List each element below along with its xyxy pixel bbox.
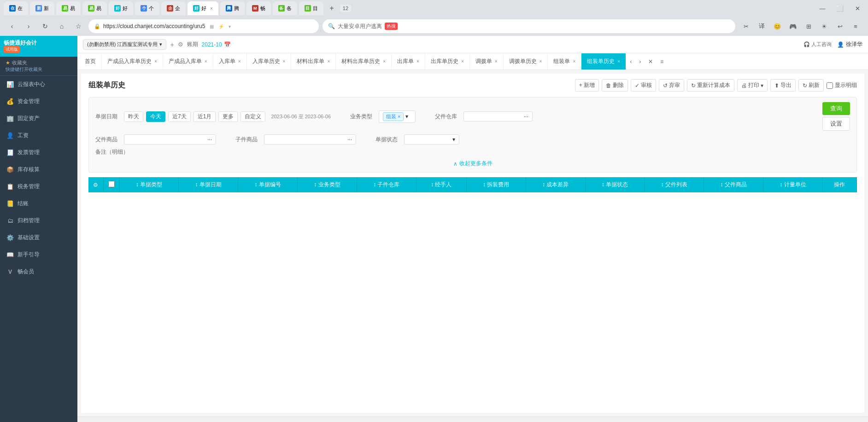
emoji-icon[interactable]: 😊 — [770, 20, 784, 33]
tab-close-icon[interactable]: × — [327, 59, 330, 64]
export-button[interactable]: ⬆ 导出 — [770, 79, 796, 92]
translate-icon[interactable]: 译 — [755, 20, 768, 33]
sun-icon[interactable]: ☀ — [817, 20, 831, 33]
undo-icon[interactable]: ↩ — [833, 20, 847, 33]
tab-transfer-history[interactable]: 调拨单历史 × — [504, 53, 548, 70]
sidebar-item-funds[interactable]: 💰 资金管理 — [0, 93, 77, 110]
close-button[interactable]: ✕ — [850, 2, 864, 15]
date-btn-7days[interactable]: 近7天 — [168, 111, 191, 122]
browser-tab-3[interactable]: 易 易 — [56, 1, 81, 15]
collapse-filter-button[interactable]: ∧ 收起更多条件 — [95, 160, 850, 168]
browser-tab-5[interactable]: 好 好 — [109, 1, 133, 15]
sidebar-item-archive[interactable]: 🗂 归档管理 — [0, 212, 77, 229]
browser-tab-12[interactable]: 目 目 — [299, 1, 323, 15]
tab-product-inbound-history[interactable]: 产成品入库单历史 × — [102, 53, 163, 70]
search-bar[interactable]: 🔍 大量安卓用户逃离 热搜 — [323, 19, 735, 33]
date-btn-yesterday[interactable]: 昨天 — [124, 111, 143, 122]
tab-nav-prev[interactable]: ‹ — [626, 53, 635, 70]
settings-gear-btn[interactable]: ⚙ — [178, 41, 183, 48]
header-disassemble-fee[interactable]: ↕ 拆装费用 — [466, 177, 526, 192]
browser-tab-4[interactable]: 易 易 — [82, 1, 107, 15]
header-child-warehouse[interactable]: ↕ 子件仓库 — [357, 177, 416, 192]
select-all-checkbox[interactable] — [108, 181, 115, 187]
tab-close-icon[interactable]: × — [238, 59, 241, 64]
header-handler[interactable]: ↕ 经手人 — [416, 177, 466, 192]
sidebar-item-settings[interactable]: ⚙️ 基础设置 — [0, 229, 77, 246]
date-btn-more[interactable]: 更多 — [218, 111, 238, 122]
audit-button[interactable]: ✓ 审核 — [631, 79, 656, 92]
tab-assembly[interactable]: 组装单 × — [548, 53, 581, 70]
forward-button[interactable]: › — [22, 20, 35, 33]
browser-tab-1[interactable]: 在 在 — [4, 1, 28, 15]
tab-home[interactable]: 首页 — [79, 53, 102, 70]
tab-close-icon[interactable]: × — [461, 59, 464, 64]
status-select[interactable]: ▾ — [404, 134, 459, 145]
parent-warehouse-select[interactable]: ··· — [463, 111, 533, 121]
browser-tab-10[interactable]: M 畅 — [246, 1, 271, 15]
browser-tab-11[interactable]: 各 各 — [273, 1, 297, 15]
display-detail-checkbox[interactable] — [827, 82, 833, 89]
period-selector[interactable]: 2021-10 📅 — [202, 41, 231, 48]
add-company-btn[interactable]: + — [170, 41, 174, 48]
sidebar-item-salary[interactable]: 👤 工资 — [0, 127, 77, 144]
home-button[interactable]: ⌂ — [55, 20, 68, 33]
filter-settings-button[interactable]: 设置 — [822, 117, 850, 131]
header-parent-list[interactable]: ↕ 父件列表 — [645, 177, 704, 192]
tab-more-menu[interactable]: ≡ — [657, 53, 667, 70]
sidebar-item-inventory[interactable]: 📦 库存核算 — [0, 161, 77, 178]
browser-tab-6[interactable]: 个 个 — [135, 1, 159, 15]
tab-close-icon[interactable]: × — [205, 59, 207, 64]
abandon-button[interactable]: ↺ 弃审 — [659, 79, 684, 92]
business-type-select[interactable]: 组装 × ▾ — [379, 110, 416, 123]
menu-icon[interactable]: ≡ — [849, 20, 862, 33]
delete-button[interactable]: 🗑 删除 — [602, 79, 628, 92]
tab-close-all[interactable]: ✕ — [645, 53, 657, 70]
header-business-type[interactable]: ↕ 业务类型 — [298, 177, 357, 192]
header-unit[interactable]: ↕ 计量单位 — [763, 177, 823, 192]
bottom-scrollbar[interactable] — [77, 416, 868, 422]
tab-close-icon[interactable]: × — [283, 59, 286, 64]
sidebar-item-invoices[interactable]: 🧾 发票管理 — [0, 144, 77, 161]
tab-8-close[interactable]: × — [210, 6, 213, 11]
query-button[interactable]: 查询 — [822, 102, 850, 115]
tab-close-icon[interactable]: × — [617, 59, 620, 64]
company-selector[interactable]: (勿删勿禁用) 江西服宝测试专用 ▾ — [83, 39, 166, 50]
tab-close-icon[interactable]: × — [416, 59, 419, 64]
browser-tab-8[interactable]: 好 好 × — [188, 1, 218, 15]
header-parent-goods[interactable]: ↕ 父件商品 — [704, 177, 763, 192]
sidebar-item-tax[interactable]: 📋 税务管理 — [0, 178, 77, 195]
tab-material-outbound[interactable]: 材料出库单 × — [291, 53, 336, 70]
user-profile[interactable]: 👤 徐泽华 — [837, 40, 862, 48]
print-button[interactable]: 🖨 打印 ▾ — [737, 79, 768, 92]
new-tab-button[interactable]: + — [325, 2, 338, 15]
sidebar-item-membership[interactable]: V 畅会员 — [0, 263, 77, 280]
header-bill-status[interactable]: ↕ 单据状态 — [585, 177, 645, 192]
tab-outbound-history[interactable]: 出库单历史 × — [425, 53, 470, 70]
browser-tab-9[interactable]: 腾 腾 — [220, 1, 245, 15]
date-btn-custom[interactable]: 自定义 — [240, 111, 265, 122]
tab-inbound[interactable]: 入库单 × — [213, 53, 247, 70]
browser-tab-7[interactable]: 企 企 — [161, 1, 186, 15]
tab-product-inbound[interactable]: 产成品入库单 × — [163, 53, 213, 70]
header-bill-date[interactable]: ↕ 单据日期 — [179, 177, 238, 192]
service-button[interactable]: 🎧 人工咨询 — [803, 41, 832, 48]
refresh-button[interactable]: ↻ 刷新 — [798, 79, 824, 92]
tab-close-icon[interactable]: × — [154, 59, 157, 64]
tab-close-icon[interactable]: × — [495, 59, 498, 64]
minimize-button[interactable]: — — [815, 2, 829, 15]
tab-material-outbound-history[interactable]: 材料出库单历史 × — [336, 53, 392, 70]
add-button[interactable]: + 新增 — [575, 79, 599, 92]
tab-close-icon[interactable]: × — [573, 59, 575, 64]
tab-close-icon[interactable]: × — [383, 59, 386, 64]
maximize-button[interactable]: ⬜ — [833, 2, 847, 15]
header-cost-diff[interactable]: ↕ 成本差异 — [526, 177, 585, 192]
tab-nav-next[interactable]: › — [635, 53, 645, 70]
sidebar-item-guide[interactable]: 📖 新手引导 — [0, 246, 77, 263]
tab-close-icon[interactable]: × — [540, 59, 542, 64]
tab-assembly-history[interactable]: 组装单历史 × — [581, 53, 626, 70]
sidebar-item-settlement[interactable]: 📒 结账 — [0, 195, 77, 212]
recalculate-button[interactable]: ↻ 重新计算成本 — [687, 79, 734, 92]
bookmark-button[interactable]: ☆ — [72, 20, 85, 33]
back-button[interactable]: ‹ — [6, 20, 18, 33]
grid-icon[interactable]: ⊞ — [802, 20, 815, 33]
